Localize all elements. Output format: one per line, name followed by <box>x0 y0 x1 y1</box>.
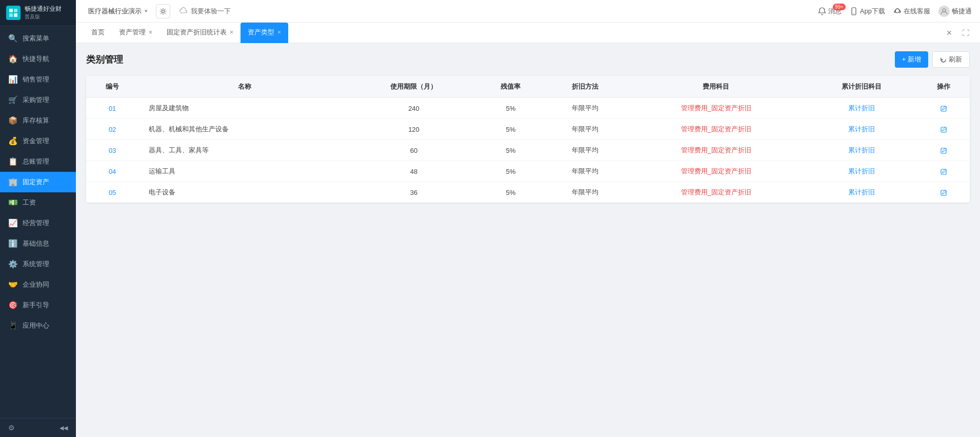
svg-rect-3 <box>14 13 17 17</box>
edit-icon[interactable] <box>940 167 947 175</box>
avatar <box>938 6 950 17</box>
cell-expense: 管理费用_固定资产折旧 <box>626 161 805 182</box>
nav-label-enterprise: 企业协同 <box>23 280 49 289</box>
sidebar-item-guide[interactable]: 🎯 新手引导 <box>0 295 76 315</box>
sidebar-item-enterprise[interactable]: 🤝 企业协同 <box>0 274 76 295</box>
app-name: 畅捷通好业财 <box>25 5 62 13</box>
cell-period: 240 <box>351 98 477 119</box>
experience-button[interactable]: 我要体验一下 <box>174 5 236 18</box>
tab-close-depreciation-table[interactable]: × <box>230 29 233 36</box>
svg-rect-1 <box>14 9 17 12</box>
cell-name: 器具、工具、家具等 <box>138 140 350 161</box>
nav-label-purchase: 采购管理 <box>23 95 49 105</box>
sidebar-item-fixed-assets[interactable]: 🏢 固定资产 <box>0 172 76 192</box>
table-header: 编号名称使用期限（月）残值率折旧方法费用科目累计折旧科目操作 <box>86 76 970 98</box>
close-window-button[interactable]: ✕ <box>943 27 955 39</box>
app-download-button[interactable]: App下载 <box>850 7 885 16</box>
tab-close-asset-type[interactable]: × <box>277 29 281 36</box>
sidebar-item-capital[interactable]: 💰 资金管理 <box>0 131 76 151</box>
cell-accum: 累计折旧 <box>806 119 917 140</box>
nav-label-guide: 新手引导 <box>23 301 49 310</box>
edit-icon[interactable] <box>940 188 947 196</box>
cell-method: 年限平均 <box>544 119 626 140</box>
svg-rect-8 <box>894 11 896 13</box>
nav-label-payroll: 工资 <box>23 198 36 207</box>
tab-home[interactable]: 首页 <box>84 23 112 43</box>
topbar-right: 消息 99+ App下载 在线客服 <box>818 6 972 17</box>
cell-method: 年限平均 <box>544 140 626 161</box>
sidebar-item-app-center[interactable]: 📱 应用中心 <box>0 315 76 336</box>
nav-icon-system: ⚙️ <box>8 260 17 269</box>
sidebar-item-sales[interactable]: 📊 销售管理 <box>0 69 76 90</box>
cell-expense: 管理费用_固定资产折旧 <box>626 140 805 161</box>
settings-icon[interactable]: ⚙ <box>8 424 15 432</box>
sidebar-item-ledger[interactable]: 📋 总账管理 <box>0 151 76 172</box>
svg-rect-11 <box>941 106 946 111</box>
table-column-header: 累计折旧科目 <box>806 76 917 98</box>
cell-residual: 5% <box>477 140 544 161</box>
nav-icon-ledger: 📋 <box>8 157 17 166</box>
bell-icon <box>818 7 826 15</box>
table-row: 03 器具、工具、家具等 60 5% 年限平均 管理费用_固定资产折旧 累计折旧 <box>86 140 970 161</box>
svg-rect-0 <box>9 9 13 12</box>
sidebar-item-inventory[interactable]: 📦 库存核算 <box>0 110 76 131</box>
cell-action[interactable] <box>917 140 970 161</box>
sidebar-item-business[interactable]: 📈 经营管理 <box>0 213 76 233</box>
table-column-header: 折旧方法 <box>544 76 626 98</box>
industry-selector[interactable]: 医疗器械行业演示 ▾ <box>84 5 152 18</box>
sidebar-item-payroll[interactable]: 💵 工资 <box>0 192 76 213</box>
edit-icon[interactable] <box>940 125 947 133</box>
user-button[interactable]: 畅捷通 <box>938 6 972 17</box>
maximize-window-button[interactable]: ⛶ <box>959 27 972 39</box>
settings-button[interactable] <box>156 4 170 18</box>
tab-label-depreciation-table: 固定资产折旧统计表 <box>167 28 227 37</box>
cell-name: 电子设备 <box>138 182 350 203</box>
cell-residual: 5% <box>477 161 544 182</box>
tab-asset-mgmt[interactable]: 资产管理× <box>112 23 159 43</box>
table-column-header: 残值率 <box>477 76 544 98</box>
edit-icon[interactable] <box>940 146 947 154</box>
tab-label-asset-mgmt: 资产管理 <box>119 28 146 37</box>
notifications-button[interactable]: 消息 99+ <box>818 7 842 16</box>
online-service-button[interactable]: 在线客服 <box>893 7 930 16</box>
tab-close-asset-mgmt[interactable]: × <box>149 29 152 36</box>
page-content: 类别管理 + 新增 刷新 编号名称使用期限（月）残值率折旧方法费用科目累计折旧科… <box>76 43 980 437</box>
sidebar-item-system[interactable]: ⚙️ 系统管理 <box>0 254 76 274</box>
sidebar-item-basics[interactable]: ℹ️ 基础信息 <box>0 233 76 254</box>
cell-action[interactable] <box>917 119 970 140</box>
tab-bar: 首页资产管理×固定资产折旧统计表×资产类型× ✕ ⛶ <box>76 23 980 43</box>
table-column-header: 费用科目 <box>626 76 805 98</box>
asset-type-table: 编号名称使用期限（月）残值率折旧方法费用科目累计折旧科目操作 01 房屋及建筑物… <box>86 76 970 203</box>
table-row: 02 机器、机械和其他生产设备 120 5% 年限平均 管理费用_固定资产折旧 … <box>86 119 970 140</box>
page-title: 类别管理 <box>86 53 123 66</box>
tab-depreciation-table[interactable]: 固定资产折旧统计表× <box>159 23 241 43</box>
cell-action[interactable] <box>917 98 970 119</box>
refresh-button[interactable]: 刷新 <box>932 51 970 68</box>
cell-action[interactable] <box>917 161 970 182</box>
cell-method: 年限平均 <box>544 98 626 119</box>
app-logo <box>6 6 21 20</box>
notifications-badge: 99+ <box>833 4 846 10</box>
cell-expense: 管理费用_固定资产折旧 <box>626 98 805 119</box>
nav-label-sales: 销售管理 <box>23 75 49 84</box>
table-column-header: 编号 <box>86 76 138 98</box>
topbar: 医疗器械行业演示 ▾ 我要体验一下 <box>76 0 980 23</box>
collapse-icon[interactable]: ◀◀ <box>59 425 68 431</box>
new-button[interactable]: + 新增 <box>895 51 928 68</box>
table-column-header: 名称 <box>138 76 350 98</box>
sidebar-item-search[interactable]: 🔍 搜索菜单 <box>0 28 76 49</box>
app-download-label: App下载 <box>860 7 885 16</box>
refresh-icon <box>940 56 947 63</box>
table-row: 04 运输工具 48 5% 年限平均 管理费用_固定资产折旧 累计折旧 <box>86 161 970 182</box>
cell-period: 60 <box>351 140 477 161</box>
cell-action[interactable] <box>917 182 970 203</box>
cell-period: 36 <box>351 182 477 203</box>
cell-period: 120 <box>351 119 477 140</box>
nav-label-fixed-assets: 固定资产 <box>23 177 49 187</box>
sidebar-item-quick-nav[interactable]: 🏠 快捷导航 <box>0 49 76 69</box>
tab-asset-type[interactable]: 资产类型× <box>241 23 288 43</box>
edit-icon[interactable] <box>940 104 947 112</box>
data-table: 编号名称使用期限（月）残值率折旧方法费用科目累计折旧科目操作 01 房屋及建筑物… <box>86 76 970 203</box>
svg-point-4 <box>162 10 165 12</box>
sidebar-item-purchase[interactable]: 🛒 采购管理 <box>0 90 76 110</box>
